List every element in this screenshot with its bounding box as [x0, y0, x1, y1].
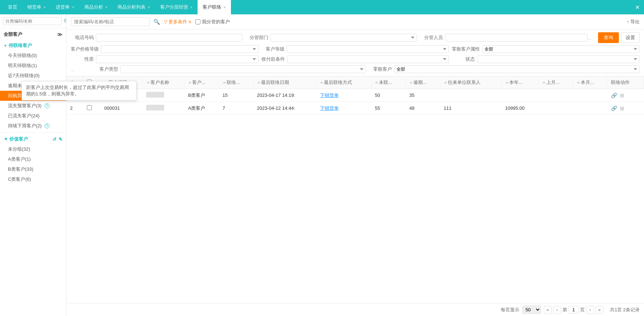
filter-nature-select[interactable]: [96, 55, 259, 63]
th-last-month[interactable]: 上月...: [538, 76, 573, 89]
export-button[interactable]: ↑ 导出: [627, 19, 640, 25]
th-this-year[interactable]: 本年...: [501, 76, 538, 89]
close-icon[interactable]: ×: [105, 5, 107, 9]
sidebar-item-lost-warning[interactable]: 流失预警客户(3) ?: [0, 101, 66, 111]
filter-retail-select[interactable]: 全部: [482, 45, 640, 53]
last-page-button[interactable]: »: [596, 306, 603, 314]
close-icon[interactable]: ×: [223, 5, 226, 9]
grid-action-icon-1[interactable]: ⊞: [620, 93, 624, 98]
filter-buttons: 查询 设置: [598, 32, 640, 43]
row2-checkbox[interactable]: [87, 105, 92, 110]
table-area: ⚙ 客户编码 客户名称 客户... 联络... 最后联络日期 最后联络方式 未联…: [66, 76, 644, 303]
th-last-contact-method[interactable]: 最后联络方式: [316, 76, 371, 89]
my-customers-check[interactable]: [195, 19, 200, 24]
sidebar-search-area: 🔍: [0, 14, 66, 28]
th-unit-contact[interactable]: 往来单位联系人: [440, 76, 501, 89]
nav-tab-home[interactable]: 首页: [3, 0, 22, 14]
close-icon[interactable]: ×: [148, 5, 150, 9]
name-placeholder: [146, 92, 164, 98]
filter-status-select[interactable]: [477, 55, 640, 63]
filter-row-3: 性质 收付款条件 状态: [71, 55, 640, 63]
close-icon[interactable]: ×: [72, 5, 74, 9]
filter-manager-input[interactable]: [445, 34, 588, 42]
sidebar-search-input[interactable]: [3, 17, 62, 25]
filter-status-label: 状态: [452, 56, 477, 62]
nav-tab-sales[interactable]: 销货单 ×: [22, 0, 51, 14]
th-ctype[interactable]: 客户...: [185, 76, 219, 89]
collapse-icon[interactable]: ≫: [57, 32, 62, 37]
filter-dept-select[interactable]: [270, 34, 417, 42]
page-label: 第: [562, 307, 567, 313]
filter-phone-input[interactable]: [96, 34, 242, 42]
page-suffix: 页: [580, 307, 585, 313]
td-last-date-1: 2023-04-17 14:19:: [253, 89, 316, 102]
prev-page-button[interactable]: ‹: [553, 306, 561, 314]
refresh-icon[interactable]: ↺: [52, 137, 56, 142]
link-action-icon-2[interactable]: 🔗: [611, 105, 617, 111]
my-customers-checkbox[interactable]: 我分管的客户: [195, 19, 230, 25]
nav-tab-analysis-list[interactable]: 商品分析列表 ×: [112, 0, 155, 14]
sidebar-group-contact[interactable]: ▼ 待联络客户: [0, 41, 66, 51]
filter-retail-attr: 零散客户属性 全部: [452, 45, 640, 53]
filter-price-select[interactable]: [101, 45, 259, 53]
nav-tab-customer-segment[interactable]: 客户分层经营 ×: [155, 0, 198, 14]
td-last-method-2[interactable]: 下销货单: [316, 102, 371, 115]
toolbar: 🔍 ▽ 更多条件 ∧ 我分管的客户 ↑ 导出: [66, 14, 644, 29]
next-page-button[interactable]: ›: [586, 306, 594, 314]
more-conditions-button[interactable]: ▽ 更多条件 ∧: [164, 19, 192, 25]
sidebar: 🔍 全部客户 ≫ ▼ 待联络客户 今天待联络(0) 明天待联络(1) 近7天待联…: [0, 14, 66, 316]
filter-retail-cust-select[interactable]: 全部: [394, 65, 640, 73]
sidebar-item-c-class[interactable]: C类客户(6): [0, 174, 66, 184]
sidebar-item-today-contact[interactable]: 今天待联络(0): [0, 51, 66, 61]
close-all-button[interactable]: ✕: [635, 4, 640, 11]
close-icon[interactable]: ×: [43, 5, 46, 9]
th-uncontacted[interactable]: 未联...: [371, 76, 406, 89]
filter-clevel-label: 客户等级: [261, 46, 287, 52]
sidebar-item-declining[interactable]: 持续下滑客户(2) ?: [0, 121, 66, 131]
sidebar-item-ungrouped[interactable]: 未分组(32): [0, 144, 66, 154]
sidebar-item-b-class[interactable]: B类客户(33): [0, 164, 66, 174]
last-method-link-2[interactable]: 下销货单: [320, 105, 339, 111]
page-number-input[interactable]: [568, 306, 579, 313]
sidebar-item-7day-contact[interactable]: 近7天待联络(0): [0, 71, 66, 81]
th-overdue[interactable]: 逾期...: [406, 76, 440, 89]
filter-ctype-select[interactable]: [120, 65, 366, 73]
nav-tab-purchase[interactable]: 进货单 ×: [51, 0, 79, 14]
filter-status: 状态: [452, 55, 640, 63]
total-records: 共1页 2条记录: [610, 307, 640, 313]
grid-action-icon-2[interactable]: ⊞: [620, 105, 624, 111]
sidebar-item-lost-customers[interactable]: 已流失客户(24): [0, 111, 66, 121]
filter-payment-select[interactable]: [287, 55, 449, 63]
th-last-contact-date[interactable]: 最后联络日期: [253, 76, 316, 89]
td-unit-contact-2: 111: [440, 102, 501, 115]
close-icon[interactable]: ×: [190, 5, 193, 9]
nav-tab-customer-contact[interactable]: 客户联络 ×: [198, 0, 231, 14]
main-search-button[interactable]: 🔍: [153, 19, 160, 25]
main-search-input[interactable]: [71, 17, 150, 26]
name-placeholder-2: [146, 105, 164, 110]
filter-nature: 性质: [71, 55, 259, 63]
settings-button[interactable]: 设置: [621, 32, 640, 43]
td-last-method-1[interactable]: 下销货单: [316, 89, 371, 102]
sidebar-item-a-class[interactable]: A类客户(1): [0, 154, 66, 164]
td-name-2: [143, 102, 185, 115]
td-uncontacted-1: 50: [371, 89, 406, 102]
filter-clevel-select[interactable]: [287, 45, 449, 53]
filter-phone: 电话号码: [71, 34, 242, 42]
last-method-link-1[interactable]: 下销货单: [320, 93, 339, 98]
th-this-month[interactable]: 本月...: [573, 76, 607, 89]
filter-more-dots[interactable]: ...: [71, 67, 75, 72]
link-action-icon-1[interactable]: 🔗: [611, 93, 617, 98]
nav-tab-analysis[interactable]: 商品分析 ×: [79, 0, 112, 14]
sidebar-search-icon[interactable]: 🔍: [64, 19, 66, 24]
edit-icon[interactable]: ✎: [59, 137, 62, 142]
per-page-select[interactable]: 50 20100: [522, 306, 541, 314]
th-name[interactable]: 客户名称: [143, 76, 185, 89]
sidebar-item-tomorrow-contact[interactable]: 明天待联络(1): [0, 61, 66, 71]
td-this-month-2: [573, 102, 607, 115]
query-button[interactable]: 查询: [598, 32, 619, 43]
filter-manager-dots[interactable]: ...: [588, 35, 592, 41]
th-contact[interactable]: 联络...: [219, 76, 254, 89]
sidebar-group-value[interactable]: ▼ 价值客户 ↺ ✎: [0, 134, 66, 144]
first-page-button[interactable]: «: [544, 306, 552, 314]
